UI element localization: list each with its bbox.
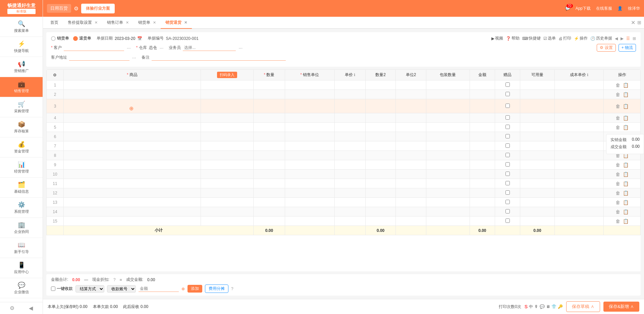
product-cell[interactable] [63, 141, 201, 151]
sidebar-item-shortcut[interactable]: ⚡ 快捷导航 [0, 37, 43, 57]
qty2-cell[interactable] [365, 99, 395, 113]
qty-cell[interactable] [254, 179, 285, 188]
unit2-cell[interactable] [396, 198, 426, 207]
tab-sales-order[interactable]: 销售订单 ✕ [102, 17, 133, 29]
pack-qty-cell[interactable] [426, 80, 470, 90]
account-select[interactable]: 收款账号 [107, 285, 136, 293]
gift-checkbox[interactable] [505, 92, 510, 96]
gift-cell[interactable] [495, 113, 520, 123]
delete-icon[interactable]: 🗑 [615, 218, 620, 224]
gift-cell[interactable] [495, 132, 520, 141]
pack-qty-cell[interactable] [426, 207, 470, 216]
amount-cell[interactable] [470, 170, 495, 179]
discount-help-icon[interactable]: ? [113, 277, 116, 282]
unit2-cell[interactable] [396, 179, 426, 188]
unit-price-cell[interactable] [334, 90, 365, 99]
gift-checkbox[interactable] [505, 153, 510, 157]
payment-checkbox-label[interactable]: 一键收款 [51, 286, 73, 292]
sidebar-item-enterprise[interactable]: 🏢 企业协同 [0, 218, 43, 238]
pack-qty-cell[interactable] [426, 132, 470, 141]
qty2-cell[interactable] [365, 132, 395, 141]
save-draft-btn[interactable]: 保存草稿 ∧ [566, 301, 600, 312]
logistics-btn[interactable]: + 物流 [619, 44, 636, 52]
unit2-cell[interactable] [396, 80, 426, 90]
tabbar-close-all-icon[interactable]: ✕ [631, 19, 635, 26]
unit-price-cell[interactable] [334, 198, 365, 207]
product-cell[interactable] [63, 123, 201, 132]
product-cell[interactable]: ⊕ [63, 99, 201, 113]
qty-cell[interactable] [254, 113, 285, 123]
pack-qty-cell[interactable] [426, 141, 470, 151]
gift-cell[interactable] [495, 123, 520, 132]
qty2-cell[interactable] [365, 198, 395, 207]
unit-price-cell[interactable] [334, 123, 365, 132]
copy-icon[interactable]: 📋 [623, 125, 629, 130]
pack-qty-cell[interactable] [426, 188, 470, 198]
pack-qty-cell[interactable] [426, 99, 470, 113]
unit2-cell[interactable] [396, 188, 426, 198]
sales-unit-cell[interactable] [285, 188, 334, 198]
available-cell[interactable] [520, 151, 555, 160]
pack-qty-cell[interactable] [426, 123, 470, 132]
sales-unit-cell[interactable] [285, 160, 334, 170]
unit2-cell[interactable] [396, 151, 426, 160]
topbar-nav-title[interactable]: 日用百货 [47, 4, 71, 13]
unit-price-cell[interactable] [334, 188, 365, 198]
sidebar-item-marketing[interactable]: 📢 营销推广 [0, 57, 43, 77]
warehouse-value[interactable]: 总仓 [149, 45, 157, 51]
amount-cell[interactable] [470, 141, 495, 151]
select-btn[interactable]: ☑ 选单 [543, 36, 556, 41]
gift-cell[interactable] [495, 216, 520, 226]
scan-btn[interactable]: 扫码录入 [217, 72, 237, 78]
unit-price-cell[interactable] [334, 179, 365, 188]
tab-close-icon[interactable]: ✕ [126, 20, 129, 25]
gift-cell[interactable] [495, 141, 520, 151]
sidebar-item-member[interactable]: 👑 畅会员 [0, 298, 43, 302]
product-cell[interactable] [63, 80, 201, 90]
unit-price-cell[interactable] [334, 113, 365, 123]
qty2-cell[interactable] [365, 113, 395, 123]
one-click-payment-checkbox[interactable] [51, 287, 55, 291]
unit2-cell[interactable] [396, 99, 426, 113]
cost-unit-cell[interactable] [554, 99, 604, 113]
product-cell[interactable] [63, 188, 201, 198]
copy-icon[interactable]: 📋 [623, 92, 629, 97]
gift-checkbox[interactable] [505, 125, 510, 129]
sales-unit-cell[interactable] [285, 99, 334, 113]
sidebar-item-appstore[interactable]: 📱 应用中心 [0, 258, 43, 278]
available-cell[interactable] [520, 141, 555, 151]
copy-icon[interactable]: 📋 [623, 172, 629, 177]
product-cell[interactable] [63, 151, 201, 160]
tab-sales-return[interactable]: 销货退货 ✕ [161, 17, 192, 29]
sidebar-item-wechat[interactable]: 💬 企业微信 [0, 278, 43, 298]
delete-icon[interactable]: 🗑 [615, 104, 620, 109]
sidebar-item-sales[interactable]: 💼 销售管理 [0, 77, 43, 97]
product-cell[interactable] [63, 90, 201, 99]
gift-cell[interactable] [495, 170, 520, 179]
delete-icon[interactable]: 🗑 [615, 181, 620, 186]
topbar-gear-icon[interactable]: ⚙ [74, 5, 78, 12]
user-name[interactable]: 徐泽华 [628, 6, 640, 11]
gift-checkbox[interactable] [505, 134, 510, 138]
delete-icon[interactable]: 🗑 [615, 125, 620, 130]
fee-help-icon[interactable]: ? [231, 287, 233, 291]
delete-icon[interactable]: 🗑 [615, 200, 620, 205]
notes-input[interactable] [152, 54, 286, 61]
pack-qty-cell[interactable] [426, 113, 470, 123]
gift-checkbox[interactable] [505, 143, 510, 148]
cost-unit-cell[interactable] [554, 170, 604, 179]
unit-price-cell[interactable] [334, 207, 365, 216]
message-badge[interactable]: 💬 70 [565, 6, 570, 11]
gift-cell[interactable] [495, 90, 520, 99]
available-cell[interactable] [520, 160, 555, 170]
amount-cell[interactable] [470, 80, 495, 90]
radio-return[interactable]: 退货单 [73, 36, 91, 41]
pack-qty-cell[interactable] [426, 216, 470, 226]
sales-unit-cell[interactable] [285, 141, 334, 151]
amount-cell[interactable] [470, 207, 495, 216]
tab-close-icon[interactable]: ✕ [184, 20, 187, 25]
amount-cell[interactable] [470, 198, 495, 207]
qty-cell[interactable] [254, 207, 285, 216]
available-cell[interactable] [520, 80, 555, 90]
operate-btn[interactable]: ⚡ 操作 [574, 36, 588, 41]
